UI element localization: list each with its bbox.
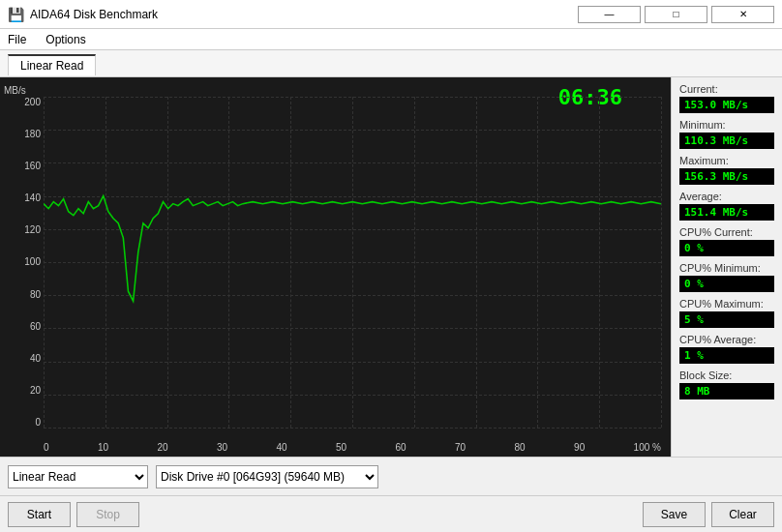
x-label-20: 20 [157,442,167,453]
tab-linear-read[interactable]: Linear Read [8,54,96,75]
x-label-60: 60 [396,442,406,453]
title-bar-left: 💾 AIDA64 Disk Benchmark [8,7,158,22]
left-buttons: Start Stop [8,502,139,527]
stat-minimum-label: Minimum: [679,119,774,131]
stat-cpu-maximum: CPU% Maximum: 5 % [679,298,774,328]
y-label-80: 80 [30,289,41,300]
stat-maximum-value: 156.3 MB/s [679,168,774,185]
title-bar-controls: — □ ✕ [578,6,774,23]
drive-select[interactable]: Disk Drive #0 [064G93] (59640 MB) [156,465,378,488]
bottom-bar: Linear Read Disk Drive #0 [064G93] (5964… [0,457,782,495]
y-label-180: 180 [24,129,41,139]
buttons-row: Start Stop Save Clear [0,495,782,532]
stat-current-label: Current: [679,83,774,95]
stat-maximum-label: Maximum: [679,155,774,166]
stat-minimum-value: 110.3 MB/s [679,133,774,149]
chart-area: MB/s 06:36 200 180 160 140 120 100 80 60… [0,77,671,457]
stat-block-size-label: Block Size: [679,369,774,381]
stat-cpu-average-label: CPU% Average: [679,334,774,345]
x-axis: 0 10 20 30 40 50 60 70 80 90 100 % [44,442,661,453]
y-label-120: 120 [24,224,41,235]
stat-cpu-current-label: CPU% Current: [679,226,774,238]
tab-bar: Linear Read [0,50,782,77]
stat-current: Current: 153.0 MB/s [679,83,774,113]
y-label-140: 140 [24,192,41,203]
stat-average-value: 151.4 MB/s [679,204,774,221]
x-label-0: 0 [44,442,49,453]
save-button[interactable]: Save [643,502,706,527]
y-label-160: 160 [24,161,41,171]
stat-block-size-value: 8 MB [679,383,774,399]
x-label-40: 40 [277,442,287,453]
menu-bar: File Options [0,29,782,50]
x-label-50: 50 [336,442,346,453]
stat-cpu-minimum-value: 0 % [679,276,774,292]
stat-minimum: Minimum: 110.3 MB/s [679,119,774,149]
test-type-select[interactable]: Linear Read [8,465,148,488]
x-label-10: 10 [98,442,108,453]
stat-current-value: 153.0 MB/s [679,97,774,113]
y-label-60: 60 [30,321,41,332]
y-label-100: 100 [24,256,41,267]
title-bar: 💾 AIDA64 Disk Benchmark — □ ✕ [0,0,782,29]
stat-cpu-current-value: 0 % [679,240,774,256]
menu-options[interactable]: Options [42,33,89,46]
x-label-70: 70 [455,442,466,453]
stat-average-label: Average: [679,191,774,202]
stat-cpu-average-value: 1 % [679,347,774,364]
stat-cpu-current: CPU% Current: 0 % [679,226,774,256]
stat-block-size: Block Size: 8 MB [679,369,774,399]
x-label-100: 100 % [634,442,661,453]
maximize-button[interactable]: □ [645,6,707,23]
main-area: MB/s 06:36 200 180 160 140 120 100 80 60… [0,77,782,457]
clear-button[interactable]: Clear [711,502,774,527]
y-axis-label: MB/s [4,85,26,96]
chart-line-svg [44,97,661,428]
menu-file[interactable]: File [4,33,30,46]
y-label-40: 40 [30,353,41,364]
stats-panel: Current: 153.0 MB/s Minimum: 110.3 MB/s … [671,77,782,457]
window-title: AIDA64 Disk Benchmark [30,8,158,21]
stat-maximum: Maximum: 156.3 MB/s [679,155,774,185]
x-label-80: 80 [515,442,526,453]
app-icon: 💾 [8,7,24,22]
minimize-button[interactable]: — [578,6,641,23]
stat-cpu-maximum-value: 5 % [679,311,774,328]
close-button[interactable]: ✕ [711,6,774,23]
stop-button[interactable]: Stop [76,502,139,527]
stat-average: Average: 151.4 MB/s [679,191,774,221]
y-label-200: 200 [24,97,41,107]
start-button[interactable]: Start [8,502,71,527]
grid-container [44,97,661,428]
stat-cpu-average: CPU% Average: 1 % [679,334,774,364]
y-label-20: 20 [30,385,41,396]
y-label-0: 0 [35,417,41,428]
y-axis: 200 180 160 140 120 100 80 60 40 20 0 [8,97,41,428]
x-label-90: 90 [574,442,585,453]
x-label-30: 30 [217,442,227,453]
right-buttons: Save Clear [643,502,774,527]
stat-cpu-minimum-label: CPU% Minimum: [679,262,774,274]
stat-cpu-minimum: CPU% Minimum: 0 % [679,262,774,292]
stat-cpu-maximum-label: CPU% Maximum: [679,298,774,310]
